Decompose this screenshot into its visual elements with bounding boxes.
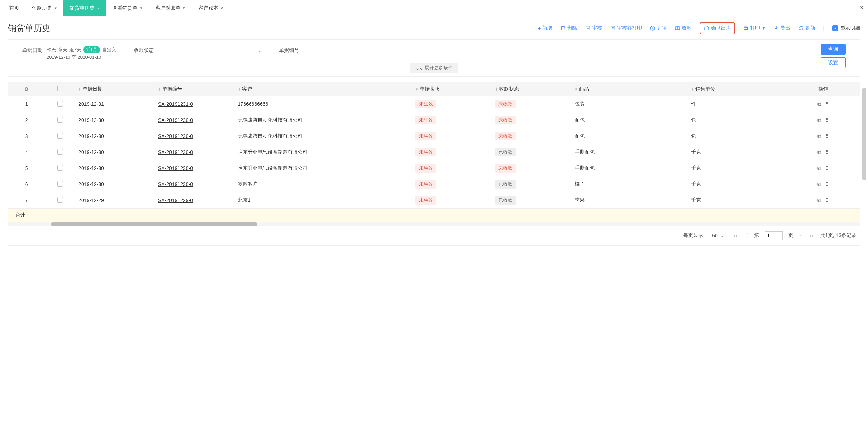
cell-unit: 千克 (688, 192, 786, 209)
reject-button[interactable]: 弃审 (650, 25, 667, 31)
cell-code-link[interactable]: SA-20191230-0 (158, 117, 193, 123)
print-button[interactable]: 打印▼ (743, 25, 765, 31)
row-checkbox[interactable] (57, 149, 63, 155)
next-page-button[interactable]: 〉 (799, 232, 804, 239)
close-icon[interactable]: × (183, 5, 185, 11)
tab-home[interactable]: 首页 (3, 0, 26, 16)
settings-button[interactable]: 设置 (821, 57, 846, 68)
more-icon[interactable]: ⠿ (825, 101, 829, 107)
audit-button[interactable]: 审核 (585, 25, 602, 31)
query-button[interactable]: 查询 (821, 44, 846, 55)
delete-button[interactable]: 删除 (560, 25, 577, 31)
col-unit-header[interactable]: ▲▼销售单位 (691, 86, 783, 92)
page-input[interactable] (765, 231, 783, 240)
col-code-header[interactable]: ▲▼单据编号 (158, 86, 232, 92)
date-quick-custom[interactable]: 自定义 (102, 47, 116, 53)
code-input[interactable] (303, 46, 403, 55)
date-quick-yesterday[interactable]: 昨天 (47, 47, 56, 53)
select-all-checkbox[interactable] (57, 86, 63, 91)
row-checkbox[interactable] (57, 133, 63, 139)
cell-code-link[interactable]: SA-20191230-0 (158, 165, 193, 171)
view-icon[interactable]: ⧉ (817, 149, 821, 155)
prev-page-button[interactable]: 〈 (743, 232, 748, 239)
horizontal-scrollbar[interactable] (8, 222, 860, 226)
expand-filters-button[interactable]: ⌄⌄展开更多条件 (410, 63, 458, 73)
more-icon[interactable]: ⠿ (825, 149, 829, 155)
view-icon[interactable]: ⧉ (817, 165, 821, 171)
date-quick-today[interactable]: 今天 (58, 47, 67, 53)
cell-unit: 千克 (688, 160, 786, 176)
status-badge: 未生效 (415, 148, 436, 156)
col-customer-header[interactable]: ▲▼客户 (238, 86, 410, 92)
close-icon[interactable]: × (140, 5, 142, 11)
status-badge: 未生效 (415, 116, 436, 124)
audit-print-button[interactable]: 审核并打印 (610, 25, 642, 31)
export-button[interactable]: 导出 (773, 25, 790, 31)
cell-code-link[interactable]: SA-20191230-0 (158, 181, 193, 187)
row-index: 4 (8, 144, 45, 160)
more-icon[interactable]: ⠿ (825, 165, 829, 171)
more-icon[interactable]: ⠿ (825, 133, 829, 139)
pay-status-badge: 未收款 (495, 100, 516, 108)
view-icon[interactable]: ⧉ (817, 117, 821, 123)
footer-total-label: 合计: (8, 209, 75, 222)
close-icon[interactable]: × (97, 5, 100, 11)
pay-status-select[interactable]: ⌄ (158, 46, 261, 55)
date-range-display[interactable]: 2019-12-10 至 2020-01-10 (47, 54, 116, 61)
checkbox-checked-icon: ✓ (832, 25, 838, 31)
cell-date: 2019-12-29 (75, 192, 155, 209)
close-all-icon[interactable]: × (859, 4, 864, 12)
tab-customer-statement[interactable]: 客户对账单× (149, 0, 192, 16)
close-icon[interactable]: × (220, 5, 223, 11)
row-checkbox[interactable] (57, 165, 63, 171)
view-icon[interactable]: ⧉ (817, 181, 821, 187)
view-icon[interactable]: ⧉ (817, 101, 821, 107)
row-checkbox[interactable] (57, 117, 63, 123)
row-checkbox[interactable] (57, 101, 63, 107)
show-detail-toggle[interactable]: ✓显示明细 (832, 25, 860, 31)
col-status-header[interactable]: ▲▼单据状态 (415, 86, 490, 92)
tab-payment-history[interactable]: 付款历史× (26, 0, 63, 16)
row-checkbox[interactable] (57, 197, 63, 203)
receive-button[interactable]: 收款 (675, 25, 692, 31)
per-page-label: 每页显示 (683, 232, 703, 239)
table-row: 12019-12-31SA-20191231-017666666666未生效未收… (8, 96, 860, 112)
cell-code-link[interactable]: SA-20191230-0 (158, 149, 193, 155)
col-ops-header: 操作 (786, 82, 860, 96)
close-icon[interactable]: × (54, 5, 57, 11)
more-icon[interactable]: ⠿ (825, 117, 829, 123)
table-row: 72019-12-29SA-20191229-0北京1未生效已收款苹果千克⧉⠿ (8, 192, 860, 209)
row-checkbox[interactable] (57, 181, 63, 187)
tab-bar: 首页 付款历史× 销货单历史× 查看销货单× 客户对账单× 客户账本× × (0, 0, 868, 16)
tab-view-sales[interactable]: 查看销货单× (106, 0, 149, 16)
cell-customer: 启东升亚电气设备制造有限公司 (235, 144, 413, 160)
more-icon[interactable]: ⠿ (825, 181, 829, 187)
printer-icon (743, 25, 749, 31)
more-icon[interactable]: ⠿ (825, 197, 829, 204)
svg-rect-3 (675, 27, 680, 30)
tab-sales-history[interactable]: 销货单历史× (63, 0, 106, 16)
gear-icon[interactable]: ⚙ (24, 86, 29, 92)
per-page-select[interactable]: 50⌄ (709, 231, 727, 240)
row-index: 3 (8, 128, 45, 144)
cell-code-link[interactable]: SA-20191230-0 (158, 133, 193, 139)
view-icon[interactable]: ⧉ (817, 133, 821, 139)
cell-customer: 无锡康哲自动化科技有限公司 (235, 112, 413, 128)
date-quick-7days[interactable]: 近7天 (69, 47, 81, 53)
stamp-icon (585, 25, 591, 31)
tab-customer-ledger[interactable]: 客户账本× (192, 0, 230, 16)
confirm-outbound-button[interactable]: 确认出库 (700, 22, 735, 34)
date-quick-1month[interactable]: 近1月 (83, 46, 100, 53)
refresh-button[interactable]: 刷新 (798, 25, 815, 31)
cell-code-link[interactable]: SA-20191229-0 (158, 197, 193, 203)
col-pay-header[interactable]: ▲▼收款状态 (495, 86, 569, 92)
house-icon (704, 25, 710, 31)
last-page-button[interactable]: ⏭ (810, 233, 815, 238)
col-product-header[interactable]: ▲▼商品 (575, 86, 685, 92)
col-date-header[interactable]: ▲▼单据日期 (78, 86, 152, 92)
view-icon[interactable]: ⧉ (817, 197, 821, 204)
first-page-button[interactable]: ⏮ (733, 233, 738, 238)
cell-code-link[interactable]: SA-20191231-0 (158, 101, 193, 107)
add-button[interactable]: +新增 (538, 25, 552, 31)
vertical-scrollbar[interactable] (862, 88, 866, 180)
